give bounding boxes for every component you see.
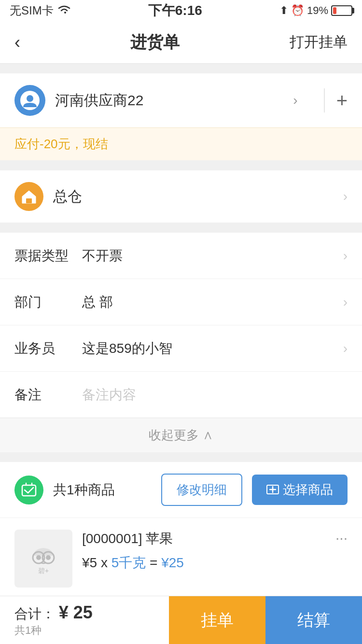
product-total: ¥25: [161, 555, 184, 570]
form-row-remark[interactable]: 备注 备注内容: [0, 371, 362, 418]
bottom-bar: 合计： ¥ 25 共1种 挂单 结算: [0, 596, 362, 644]
form-row-department[interactable]: 部门 总 部 ›: [0, 279, 362, 325]
svg-rect-2: [22, 485, 36, 496]
department-label: 部门: [14, 293, 82, 311]
product-header: 共1种商品 修改明细 选择商品: [0, 452, 362, 518]
carrier-label: 无SIM卡: [10, 3, 54, 18]
wifi-icon: [57, 4, 71, 17]
svg-text:碧+: 碧+: [38, 567, 49, 574]
total-sub: 共1种: [14, 623, 154, 638]
salesperson-label: 业务员: [14, 339, 82, 358]
supplier-chevron-icon: ›: [293, 93, 297, 108]
total-amount: ¥ 25: [59, 602, 93, 622]
checkout-button[interactable]: 结算: [265, 596, 362, 644]
product-count-icon: [14, 476, 43, 504]
supplier-divider: [324, 88, 325, 112]
open-pending-button[interactable]: 打开挂单: [290, 32, 348, 52]
unit-price: ¥5: [82, 555, 97, 570]
form-row-invoice-type[interactable]: 票据类型 不开票 ›: [0, 232, 362, 279]
product-code: [0000001]: [82, 531, 142, 546]
salesperson-value: 这是859的小智: [82, 339, 343, 358]
add-supplier-button[interactable]: +: [336, 90, 348, 112]
invoice-type-value: 不开票: [82, 247, 343, 265]
invoice-type-chevron-icon: ›: [343, 248, 348, 264]
warning-banner: 应付-20元，现结: [0, 127, 362, 160]
back-button[interactable]: ‹: [14, 32, 20, 53]
supplier-name: 河南供应商22: [55, 91, 293, 111]
status-bar-right: ⬆ ⏰ 19%: [279, 4, 352, 17]
product-name: [0000001] 苹果: [82, 530, 326, 548]
department-chevron-icon: ›: [343, 294, 348, 310]
collapse-toggle[interactable]: 收起更多 ∧: [0, 418, 362, 452]
remark-label: 备注: [14, 386, 82, 404]
svg-point-0: [27, 95, 33, 102]
product-info: [0000001] 苹果 ¥5 x 5千克 = ¥25: [82, 530, 326, 572]
select-product-label: 选择商品: [283, 481, 333, 498]
equals-sign: =: [150, 555, 161, 570]
collapse-label: 收起更多 ∧: [149, 427, 213, 444]
warehouse-name: 总仓: [53, 187, 343, 207]
remark-input[interactable]: 备注内容: [82, 386, 348, 404]
location-icon: ⬆: [279, 4, 288, 17]
product-section: 共1种商品 修改明细 选择商品 碧+ [0000001]: [0, 452, 362, 599]
form-section: 票据类型 不开票 › 部门 总 部 › 业务员 这是859的小智 › 备注 备注…: [0, 232, 362, 418]
hang-order-button[interactable]: 挂单: [169, 596, 265, 644]
warehouse-section: 总仓 ›: [0, 170, 362, 223]
product-count-label: 共1种商品: [53, 481, 152, 499]
status-bar-time: 下午6:16: [148, 1, 202, 20]
page-title: 进货单: [130, 31, 180, 54]
total-main: 合计： ¥ 25: [14, 602, 154, 623]
nav-bar: ‹ 进货单 打开挂单: [0, 21, 362, 64]
battery-icon: [331, 5, 352, 16]
product-item: 碧+ [0000001] 苹果 ¥5 x 5千克 = ¥25 ···: [0, 518, 362, 599]
salesperson-chevron-icon: ›: [343, 341, 348, 356]
section-divider-1: [0, 64, 362, 73]
svg-point-6: [36, 555, 41, 560]
status-bar: 无SIM卡 下午6:16 ⬆ ⏰ 19%: [0, 0, 362, 21]
form-row-salesperson[interactable]: 业务员 这是859的小智 ›: [0, 325, 362, 371]
warehouse-row[interactable]: 总仓 ›: [0, 170, 362, 223]
section-divider-3: [0, 223, 362, 232]
product-thumbnail: 碧+: [14, 530, 72, 588]
svg-rect-1: [26, 198, 32, 203]
alarm-icon: ⏰: [291, 4, 304, 17]
supplier-avatar: [14, 85, 45, 116]
supplier-row[interactable]: 河南供应商22 › +: [0, 73, 362, 127]
supplier-section: 河南供应商22 › + 应付-20元，现结: [0, 73, 362, 160]
product-price-row: ¥5 x 5千克 = ¥25: [82, 554, 326, 572]
product-qty: 5千克: [111, 555, 146, 570]
select-product-button[interactable]: 选择商品: [252, 475, 348, 505]
section-divider-2: [0, 160, 362, 170]
product-title: 苹果: [146, 531, 173, 546]
warehouse-icon: [14, 182, 43, 211]
avatar-icon: [20, 91, 40, 110]
department-value: 总 部: [82, 293, 343, 311]
battery-percent: 19%: [307, 4, 328, 17]
warehouse-chevron-icon: ›: [343, 189, 348, 204]
product-more-button[interactable]: ···: [335, 530, 348, 546]
total-label: 合计：: [14, 606, 55, 621]
status-bar-left: 无SIM卡: [10, 3, 71, 18]
total-section: 合计： ¥ 25 共1种: [0, 596, 169, 644]
invoice-type-label: 票据类型: [14, 247, 82, 265]
edit-detail-button[interactable]: 修改明细: [161, 474, 242, 506]
svg-point-7: [46, 555, 51, 560]
multiply-sign: x: [101, 555, 111, 570]
